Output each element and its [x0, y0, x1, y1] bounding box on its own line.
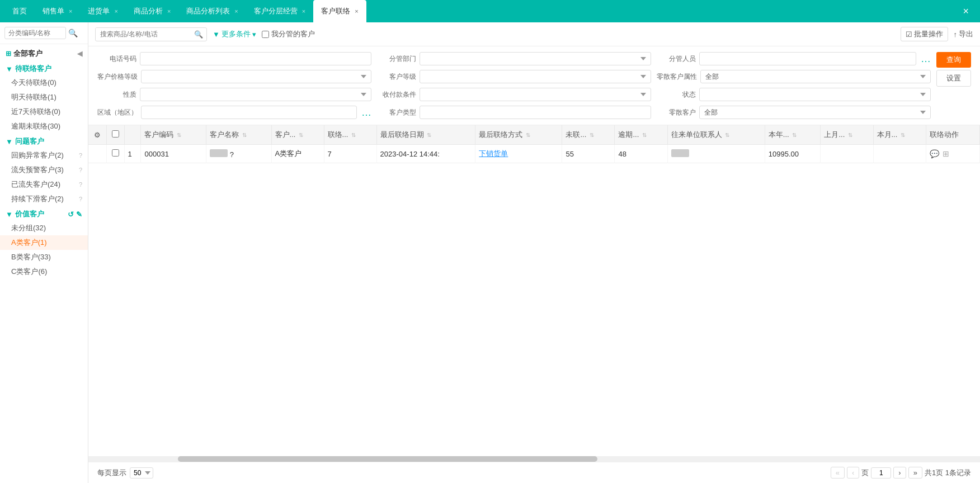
col-settings[interactable]: ⚙	[88, 125, 106, 145]
filter-retail: 零散客户 全部	[657, 106, 931, 119]
more-filters-btn[interactable]: ▼ 更多条件 ▾	[213, 29, 256, 39]
payment-label: 收付款条件	[377, 90, 416, 100]
adv-filter-panel: 电话号码 分管部门 分管人员 …	[88, 46, 980, 125]
contact-method-link[interactable]: 下销货单	[479, 149, 508, 158]
col-contact-count[interactable]: 联络... ⇅	[324, 125, 376, 145]
filter-customer-level: 客户等级	[377, 70, 651, 83]
next-page-btn[interactable]: ›	[893, 467, 906, 479]
region-more-btn[interactable]: …	[361, 107, 371, 119]
sidebar-item-class-c[interactable]: C类客户(6)	[0, 264, 88, 279]
region-input[interactable]	[141, 106, 357, 119]
sidebar-item-lost-warning[interactable]: 流失预警客户(3) ?	[0, 163, 88, 177]
close-window-btn[interactable]: ×	[956, 6, 976, 17]
message-icon[interactable]: 💬	[930, 149, 939, 158]
nature-select[interactable]	[140, 88, 371, 101]
manager-label: 分管人员	[657, 54, 696, 64]
main-search-box: 🔍	[95, 27, 207, 41]
nav-tab-analysis[interactable]: 商品分析 ×	[126, 0, 178, 22]
main-search-btn[interactable]: 🔍	[191, 28, 206, 41]
col-not-contacted[interactable]: 未联... ⇅	[562, 125, 615, 145]
page-number-input[interactable]	[871, 467, 891, 479]
close-purchase-tab[interactable]: ×	[114, 8, 117, 15]
row-select-checkbox[interactable]	[112, 149, 119, 157]
per-page-select[interactable]: 50	[130, 467, 153, 479]
sidebar-item-tomorrow[interactable]: 明天待联络(1)	[0, 90, 88, 105]
customer-type-input[interactable]	[420, 106, 651, 119]
col-last-contact-method[interactable]: 最后联络方式 ⇅	[475, 125, 562, 145]
sidebar-item-class-b[interactable]: B类客户(33)	[0, 250, 88, 264]
row-last-contact-method: 下销货单	[475, 145, 562, 163]
col-customer-name[interactable]: 客户名称 ⇅	[206, 125, 272, 145]
batch-op-btn[interactable]: ☑ 批量操作	[901, 27, 948, 41]
content-area: 🔍 ▼ 更多条件 ▾ 我分管的客户 ☑ 批量操作 ↑ 导出	[88, 22, 980, 483]
customer-table: ⚙ 客户编码 ⇅ 客户名称 ⇅	[88, 125, 980, 163]
nav-tab-analysis-list[interactable]: 商品分析列表 ×	[178, 0, 246, 22]
close-analysis-list-tab[interactable]: ×	[234, 8, 238, 15]
my-customers-checkbox[interactable]	[262, 31, 269, 38]
filter-status: 状态	[657, 88, 931, 101]
main-search-input[interactable]	[96, 28, 191, 40]
nav-home[interactable]: 首页	[4, 0, 35, 22]
sidebar-item-overdue[interactable]: 逾期未联络(30)	[0, 119, 88, 134]
nav-tab-customer-contact[interactable]: 客户联络 ×	[313, 0, 366, 22]
manager-input[interactable]	[699, 52, 916, 65]
horizontal-scrollbar[interactable]	[88, 456, 980, 462]
filter-row-1: 电话号码 分管部门 分管人员 …	[97, 52, 931, 65]
col-overdue[interactable]: 逾期... ⇅	[615, 125, 667, 145]
nav-tab-customer-seg[interactable]: 客户分层经营 ×	[246, 0, 313, 22]
select-all-checkbox[interactable]	[112, 130, 119, 138]
col-last-month[interactable]: 上月... ⇅	[821, 125, 873, 145]
col-historical[interactable]: 往来单位联系人 ⇅	[667, 125, 765, 145]
close-customer-contact-tab[interactable]: ×	[355, 8, 358, 15]
col-this-year[interactable]: 本年... ⇅	[765, 125, 821, 145]
close-analysis-tab[interactable]: ×	[167, 8, 171, 15]
name-block	[210, 149, 228, 157]
sidebar-item-class-a[interactable]: A类客户(1)	[0, 235, 88, 250]
row-this-month	[873, 145, 926, 163]
scroll-thumb[interactable]	[178, 456, 597, 462]
all-customers-header[interactable]: ⊞ 全部客户 ◀	[0, 44, 88, 61]
retail-select[interactable]: 全部	[699, 106, 931, 119]
refresh-icon[interactable]: ↺	[68, 210, 74, 219]
col-last-contact-date[interactable]: 最后联络日期 ⇅	[376, 125, 475, 145]
last-page-btn[interactable]: »	[908, 467, 922, 479]
sidebar-item-ungrouped[interactable]: 未分组(32)	[0, 221, 88, 235]
prev-page-btn[interactable]: ‹	[847, 467, 859, 479]
price-level-select[interactable]	[141, 70, 371, 83]
query-btn[interactable]: 查询	[936, 52, 971, 68]
price-level-label: 客户价格等级	[97, 72, 138, 82]
sidebar-item-today[interactable]: 今天待联络(0)	[0, 75, 88, 90]
payment-select[interactable]	[420, 88, 651, 101]
first-page-btn[interactable]: «	[831, 467, 845, 479]
customer-level-select[interactable]	[420, 70, 651, 83]
retail-attr-select[interactable]: 全部	[700, 70, 931, 83]
col-this-month[interactable]: 本月... ⇅	[873, 125, 926, 145]
close-sales-tab[interactable]: ×	[69, 8, 72, 15]
dept-select[interactable]	[420, 52, 651, 65]
sidebar-item-lost[interactable]: 已流失客户(24) ?	[0, 177, 88, 192]
col-customer-type[interactable]: 客户... ⇅	[271, 125, 324, 145]
export-btn[interactable]: ↑ 导出	[954, 29, 974, 39]
nav-tab-sales[interactable]: 销售单 ×	[35, 0, 80, 22]
sidebar-search-input[interactable]	[4, 27, 66, 39]
triangle-icon-2: ▼	[6, 138, 13, 146]
filter-customer-type: 客户类型	[377, 106, 651, 119]
status-select[interactable]	[699, 88, 931, 101]
collapse-btn[interactable]: ◀	[77, 50, 82, 58]
settings-btn[interactable]: 设置	[936, 70, 971, 87]
col-index	[124, 125, 141, 145]
sidebar-item-abnormal[interactable]: 回购异常客户(2) ?	[0, 148, 88, 163]
row-contact-count: 7	[324, 145, 376, 163]
retail-attr-label: 零散客户属性	[657, 72, 697, 82]
sidebar-item-7days[interactable]: 近7天待联络(0)	[0, 105, 88, 119]
col-customer-code[interactable]: 客户编码 ⇅	[141, 125, 206, 145]
sidebar-search-icon[interactable]: 🔍	[68, 29, 78, 37]
manager-more-btn[interactable]: …	[921, 53, 931, 65]
close-customer-seg-tab[interactable]: ×	[302, 8, 305, 15]
nav-tab-purchase[interactable]: 进货单 ×	[80, 0, 125, 22]
qr-icon[interactable]: ⊞	[943, 149, 949, 158]
edit-icon[interactable]: ✎	[76, 210, 82, 219]
filter-icon: ▼	[213, 30, 220, 39]
phone-input[interactable]	[140, 52, 371, 65]
sidebar-item-declining[interactable]: 持续下滑客户(2) ?	[0, 192, 88, 206]
